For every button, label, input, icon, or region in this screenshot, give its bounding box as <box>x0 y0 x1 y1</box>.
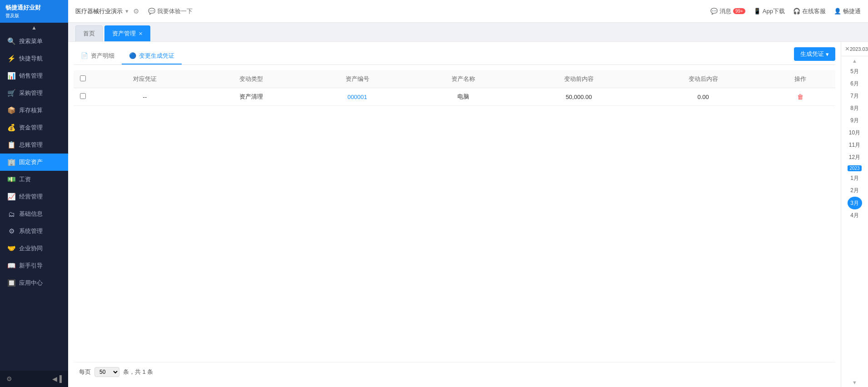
row-checkbox-0[interactable] <box>80 93 86 99</box>
sidebar-item-purchase[interactable]: 🛒采购管理 <box>0 84 68 102</box>
topbar-gear-icon[interactable]: ⚙ <box>133 7 139 15</box>
app-download-icon: 📱 <box>754 8 761 15</box>
month-item-11月[interactable]: 11月 <box>841 139 868 151</box>
per-page-select[interactable]: 50 100 200 <box>94 367 119 377</box>
per-page-label: 每页 <box>79 368 91 376</box>
select-all-checkbox[interactable] <box>80 75 86 81</box>
generate-voucher-button[interactable]: 生成凭证 ▾ <box>794 47 835 61</box>
content: 📄资产明细🔵变更生成凭证 生成凭证 ▾ 对应凭证变动类型资产编号资产名称变动前内… <box>68 42 868 387</box>
month-item-2023-4月[interactable]: 4月 <box>841 209 868 222</box>
sidebar-label-fixedassets: 固定资产 <box>19 158 43 166</box>
sidebar-item-ledger[interactable]: 📋总账管理 <box>0 136 68 154</box>
month-item-10月[interactable]: 10月 <box>841 127 868 139</box>
sub-tabs-row: 📄资产明细🔵变更生成凭证 生成凭证 ▾ <box>74 47 835 65</box>
sidebar-label-guide: 新手引导 <box>19 262 43 270</box>
system-icon: ⚙ <box>7 227 15 235</box>
month-item-8月[interactable]: 8月 <box>841 102 868 114</box>
month-item-2023-3月[interactable]: 3月 <box>848 197 862 209</box>
sidebar-scroll-up[interactable]: ▲ <box>0 23 68 33</box>
company-name: 医疗器械行业演示 <box>75 7 123 15</box>
salary-icon: 💵 <box>7 175 15 184</box>
user-avatar-icon: 👤 <box>834 8 841 15</box>
data-table: 对应凭证变动类型资产编号资产名称变动前内容变动后内容操作 -- 资产清理 000… <box>74 70 835 106</box>
fixedassets-icon: 🏢 <box>7 158 15 166</box>
sidebar-item-funds[interactable]: 💰资金管理 <box>0 119 68 136</box>
table-body: -- 资产清理 000001 电脑 50,000.00 0.00 🗑 <box>74 88 835 106</box>
sidebar-item-operations[interactable]: 📈经营管理 <box>0 188 68 205</box>
funds-icon: 💰 <box>7 124 15 132</box>
user-item[interactable]: 👤 畅捷通 <box>834 7 861 15</box>
month-item-5月[interactable]: 5月 <box>841 65 868 78</box>
sidebar: 畅捷通好业财 普及版 ▲ 🔍搜索菜单⚡快捷导航📊销售管理🛒采购管理📦库存核算💰资… <box>0 0 68 387</box>
sidebar-item-salary[interactable]: 💵工资 <box>0 171 68 188</box>
appcenter-icon: 🔲 <box>7 279 15 287</box>
month-item-2023-2月[interactable]: 2月 <box>841 184 868 197</box>
sidebar-item-search[interactable]: 🔍搜索菜单 <box>0 33 68 50</box>
sidebar-label-inventory: 库存核算 <box>19 106 43 114</box>
purchase-icon: 🛒 <box>7 89 15 97</box>
sidebar-label-search: 搜索菜单 <box>19 37 43 45</box>
tab-assets[interactable]: 资产管理✕ <box>104 25 150 41</box>
month-item-2023-1月[interactable]: 1月 <box>841 172 868 184</box>
topbar: 医疗器械行业演示 ▾ ⚙ 💬 我要体验一下 💬 消息 99+ 📱 App下载 🎧… <box>68 0 868 23</box>
logo-text: 畅捷通好业财 <box>5 4 41 12</box>
username-label: 畅捷通 <box>843 7 861 15</box>
col-change_type: 变动类型 <box>198 70 304 88</box>
sidebar-label-collab: 企业协同 <box>19 244 43 253</box>
main: 医疗器械行业演示 ▾ ⚙ 💬 我要体验一下 💬 消息 99+ 📱 App下载 🎧… <box>68 0 868 387</box>
collab-icon: 🤝 <box>7 244 15 253</box>
date-scroll-up-button[interactable]: ▲ <box>841 56 868 65</box>
app-download-item[interactable]: 📱 App下载 <box>754 7 785 15</box>
sidebar-item-fixedassets[interactable]: 🏢固定资产 <box>0 154 68 171</box>
panel-close-button[interactable]: ✕ <box>845 45 850 52</box>
col-before_change: 变动前内容 <box>516 70 641 88</box>
sidebar-item-collab[interactable]: 🤝企业协同 <box>0 240 68 257</box>
panel-date-title: 2023.03 <box>850 46 868 52</box>
online-service-item[interactable]: 🎧 在线客服 <box>793 7 826 15</box>
topbar-right: 💬 消息 99+ 📱 App下载 🎧 在线客服 👤 畅捷通 <box>710 7 861 15</box>
sidebar-item-appcenter[interactable]: 🔲应用中心 <box>0 274 68 292</box>
delete-icon[interactable]: 🗑 <box>797 93 804 100</box>
month-item-9月[interactable]: 9月 <box>841 114 868 127</box>
sidebar-label-salary: 工资 <box>19 175 31 184</box>
sidebar-item-inventory[interactable]: 📦库存核算 <box>0 102 68 119</box>
tab-label-home: 首页 <box>83 30 95 37</box>
sidebar-label-ledger: 总账管理 <box>19 141 43 149</box>
month-item-7月[interactable]: 7月 <box>841 90 868 102</box>
tab-close-assets[interactable]: ✕ <box>139 31 143 36</box>
generate-label: 生成凭证 <box>800 50 824 58</box>
col-asset_code: 资产编号 <box>304 70 411 88</box>
tab-home[interactable]: 首页 <box>75 25 103 41</box>
col-checkbox <box>74 70 92 88</box>
month-item-6月[interactable]: 6月 <box>841 78 868 90</box>
sub-tabs: 📄资产明细🔵变更生成凭证 <box>74 48 794 64</box>
online-service-label: 在线客服 <box>802 7 826 15</box>
date-scroll-down-button[interactable]: ▼ <box>841 378 868 387</box>
month-item-12月[interactable]: 12月 <box>841 151 868 164</box>
app-download-label: App下载 <box>763 7 785 15</box>
sidebar-label-operations: 经营管理 <box>19 193 43 201</box>
main-panel: 📄资产明细🔵变更生成凭证 生成凭证 ▾ 对应凭证变动类型资产编号资产名称变动前内… <box>68 42 841 387</box>
row-change-type: 资产清理 <box>198 88 304 106</box>
sidebar-item-sales[interactable]: 📊销售管理 <box>0 67 68 84</box>
row-asset-code: 000001 <box>304 88 411 106</box>
sidebar-item-system[interactable]: ⚙系统管理 <box>0 223 68 240</box>
feedback-label: 我要体验一下 <box>157 7 193 15</box>
dropdown-icon[interactable]: ▾ <box>125 8 129 15</box>
row-checkbox-cell <box>74 88 92 106</box>
sidebar-bottom: ⚙ ◀▐ <box>0 371 68 387</box>
sub-tab-detail[interactable]: 📄资产明细 <box>74 48 122 64</box>
row-asset-name: 电脑 <box>411 88 517 106</box>
collapse-icon[interactable]: ◀▐ <box>52 375 62 382</box>
sidebar-item-guide[interactable]: 📖新手引导 <box>0 257 68 274</box>
sidebar-item-quicknav[interactable]: ⚡快捷导航 <box>0 50 68 67</box>
sub-tab-icon-detail: 📄 <box>81 52 88 59</box>
settings-icon[interactable]: ⚙ <box>6 375 12 382</box>
sidebar-item-basics[interactable]: 🗂基础信息 <box>0 205 68 223</box>
topbar-company: 医疗器械行业演示 ▾ <box>75 7 129 15</box>
sidebar-label-sales: 销售管理 <box>19 72 43 80</box>
message-item[interactable]: 💬 消息 99+ <box>710 7 745 15</box>
year-tag-2023: 2023 <box>848 165 861 171</box>
logo-sub: 普及版 <box>5 13 41 19</box>
sub-tab-voucher[interactable]: 🔵变更生成凭证 <box>122 48 182 64</box>
